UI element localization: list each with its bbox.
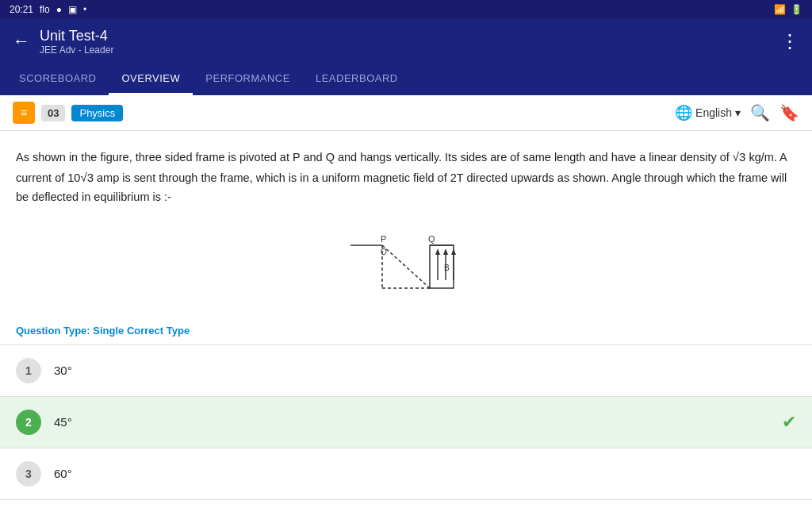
svg-marker-11 (451, 248, 456, 255)
question-text-part3: amp is sent through the frame, which is … (16, 171, 787, 204)
svg-marker-9 (443, 248, 448, 255)
app-bar: ← Unit Test-4 JEE Adv - Leader ⋮ (0, 19, 812, 64)
question-type-label: Question Type: (16, 325, 90, 337)
question-type: Question Type: Single Correct Type (0, 318, 812, 345)
filter-left: ≡ 03 Physics (13, 102, 123, 124)
question-type-value: Single Correct Type (93, 325, 190, 337)
question-text: As shown in the figure, three sided fram… (0, 131, 812, 215)
option-1-circle: 1 (16, 358, 41, 383)
sqrt3-2: √3 (80, 171, 94, 184)
svg-text:Q: Q (428, 234, 435, 244)
question-text-part1: As shown in the figure, three sided fram… (16, 151, 733, 164)
status-dot: ● (56, 4, 62, 15)
correct-check-icon: ✔ (782, 412, 796, 433)
tab-leaderboard[interactable]: LEADERBOARD (303, 64, 411, 95)
subject-badge: Physics (71, 105, 123, 121)
figure-container: P Q B O (0, 215, 812, 318)
options-container: 1 30° 2 45° ✔ 3 60° 4 90° (0, 345, 812, 508)
status-app: flo (40, 4, 50, 15)
filter-icon-symbol: ≡ (21, 106, 27, 119)
option-1-text: 30° (54, 364, 72, 377)
language-dropdown-icon: ▾ (735, 106, 741, 119)
search-icon: 🔍 (750, 103, 770, 122)
status-bar-left: 20:21 flo ● ▣ • (10, 4, 86, 15)
filter-button[interactable]: ≡ (13, 102, 35, 124)
option-2-text: 45° (54, 415, 72, 429)
option-1-row[interactable]: 1 30° (0, 345, 812, 397)
bookmark-icon: 🔖 (779, 103, 799, 122)
svg-text:B: B (444, 264, 450, 272)
option-2-row[interactable]: 2 45° ✔ (0, 397, 812, 448)
app-subtitle: JEE Adv - Leader (40, 44, 113, 56)
app-bar-title: Unit Test-4 JEE Adv - Leader (40, 28, 113, 56)
menu-button[interactable]: ⋮ (780, 30, 799, 52)
tab-performance[interactable]: PERFORMANCE (193, 64, 303, 95)
svg-marker-7 (435, 248, 440, 255)
tab-overview[interactable]: OVERVIEW (109, 64, 193, 95)
status-bar-right: 📶 🔋 (774, 4, 802, 15)
option-3-circle: 3 (16, 461, 41, 487)
app-bar-left: ← Unit Test-4 JEE Adv - Leader (13, 28, 113, 56)
svg-text:P: P (381, 234, 386, 244)
back-button[interactable]: ← (13, 31, 30, 52)
option-4-row[interactable]: 4 90° (0, 500, 812, 508)
back-icon: ← (13, 31, 30, 52)
wifi-icon: 📶 (774, 4, 786, 15)
more-icon: ⋮ (780, 30, 799, 52)
option-3-row[interactable]: 3 60° (0, 448, 812, 500)
question-number-badge: 03 (41, 105, 65, 121)
bookmark-button[interactable]: 🔖 (779, 103, 799, 122)
svg-rect-5 (430, 245, 454, 288)
svg-line-13 (382, 245, 430, 288)
option-2-circle: 2 (16, 410, 41, 435)
question-figure: P Q B O (327, 223, 485, 302)
status-img-icon: ▣ (68, 4, 77, 15)
tab-bar: SCOREBOARD OVERVIEW PERFORMANCE LEADERBO… (0, 64, 812, 95)
status-time: 20:21 (10, 4, 33, 15)
sqrt3-1: √3 (733, 150, 746, 164)
battery-icon: 🔋 (791, 4, 802, 15)
option-3-text: 60° (54, 467, 72, 480)
language-selector[interactable]: 🌐 English ▾ (675, 104, 741, 121)
question-area: As shown in the figure, three sided fram… (0, 131, 812, 508)
language-label: English (695, 106, 732, 119)
filter-bar: ≡ 03 Physics 🌐 English ▾ 🔍 🔖 (0, 95, 812, 131)
tab-scoreboard[interactable]: SCOREBOARD (6, 64, 109, 95)
app-title: Unit Test-4 (40, 28, 113, 44)
svg-text:O: O (381, 248, 387, 256)
filter-right: 🌐 English ▾ 🔍 🔖 (675, 103, 799, 122)
language-flag: 🌐 (675, 104, 692, 121)
status-dot2: • (83, 4, 86, 15)
search-button[interactable]: 🔍 (750, 103, 770, 122)
status-bar: 20:21 flo ● ▣ • 📶 🔋 (0, 0, 812, 19)
